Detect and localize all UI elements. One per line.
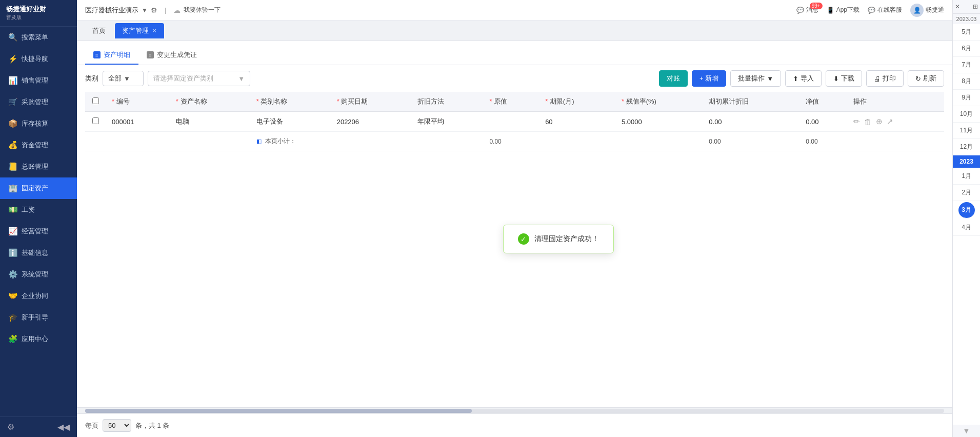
- calendar-expand-icon[interactable]: ⊞: [973, 3, 978, 10]
- cal-month-10[interactable]: 10月: [953, 106, 980, 123]
- tab-asset-management[interactable]: 资产管理 ✕: [115, 23, 164, 38]
- calendar-scroll-down[interactable]: ▼: [953, 425, 980, 437]
- header-code: * 编号: [106, 92, 170, 112]
- sidebar-item-search[interactable]: 🔍 搜索菜单: [0, 27, 77, 48]
- sidebar-logo: 畅捷通好业财 普及版: [0, 0, 77, 27]
- subtotal-row: ◧ 本页小计： 0.00 0.00 0.00: [85, 132, 944, 151]
- message-icon: 💬: [796, 7, 804, 14]
- table-body: 000001 电脑 电子设备 202206 年限平均 60 5.0000 0.0…: [85, 112, 944, 151]
- category-dropdown[interactable]: 全部 ▼: [103, 71, 144, 86]
- select-all-checkbox[interactable]: [92, 97, 99, 104]
- download-button[interactable]: ⬇ 下载: [826, 70, 862, 87]
- table-row: 000001 电脑 电子设备 202206 年限平均 60 5.0000 0.0…: [85, 112, 944, 132]
- more-icon[interactable]: ↗: [887, 117, 893, 126]
- per-page-select[interactable]: 50 100: [103, 419, 131, 432]
- row-checkbox[interactable]: [92, 117, 99, 124]
- sidebar-item-purchase[interactable]: 🛒 采购管理: [0, 91, 77, 113]
- tab-home[interactable]: 首页: [85, 23, 113, 38]
- tab-asset-label: 资产管理: [122, 26, 149, 35]
- app-name: 畅捷通好业财: [6, 5, 46, 14]
- company-name: 医疗器械行业演示: [85, 6, 138, 15]
- subtotal-label: 本页小计：: [265, 137, 296, 145]
- cal-month-6[interactable]: 6月: [953, 41, 980, 57]
- subtotal-icon: ◧: [256, 138, 262, 144]
- delete-icon[interactable]: 🗑: [864, 117, 872, 126]
- refresh-button[interactable]: ↻ 刷新: [908, 70, 944, 87]
- row-action-buttons: ✏ 🗑 ⊕ ↗: [853, 117, 938, 126]
- horizontal-scrollbar[interactable]: [77, 407, 952, 413]
- cal-month-5[interactable]: 5月: [953, 24, 980, 41]
- header-net-value: 净值: [799, 92, 847, 112]
- app-download-button[interactable]: 📱 App下载: [827, 6, 859, 14]
- total-label: 条，共 1 条: [135, 421, 169, 430]
- sidebar-item-salary[interactable]: 💵 工资: [0, 199, 77, 221]
- cell-original-value: [483, 112, 539, 132]
- sidebar-item-basic[interactable]: ℹ️ 基础信息: [0, 242, 77, 264]
- sidebar-item-label: 企业协同: [22, 291, 48, 301]
- reconcile-button[interactable]: 对账: [659, 70, 688, 87]
- category-input[interactable]: 请选择固定资产类别 ▼: [148, 71, 250, 86]
- settings-icon[interactable]: ⚙: [7, 422, 14, 432]
- settings-gear-icon[interactable]: ⚙: [151, 6, 157, 14]
- subtotal-net: 0.00: [799, 132, 847, 151]
- calendar-collapse-icon[interactable]: ✕: [955, 3, 960, 10]
- batch-ops-button[interactable]: 批量操作 ▼: [730, 70, 781, 87]
- sidebar-item-system[interactable]: ⚙️ 系统管理: [0, 264, 77, 285]
- sidebar-item-apps[interactable]: 🧩 应用中心: [0, 328, 77, 350]
- sidebar-item-inventory[interactable]: 📦 库存核算: [0, 113, 77, 134]
- dropdown-icon[interactable]: ▼: [142, 7, 148, 14]
- header-category: * 类别名称: [250, 92, 331, 112]
- ops-icon: 📈: [8, 227, 17, 236]
- sidebar-item-ops[interactable]: 📈 经营管理: [0, 221, 77, 242]
- cell-residual-rate: 5.0000: [615, 112, 703, 132]
- cell-actions: ✏ 🗑 ⊕ ↗: [847, 112, 944, 132]
- cal-month-3-active[interactable]: 3月: [958, 202, 975, 218]
- cal-month-9[interactable]: 9月: [953, 90, 980, 106]
- refresh-icon: ↻: [915, 75, 921, 83]
- cell-code: 000001: [106, 112, 170, 132]
- message-button[interactable]: 💬 消息 99+: [796, 6, 818, 14]
- sidebar-item-ledger[interactable]: 📒 总账管理: [0, 156, 77, 177]
- toast-message: 清理固定资产成功！: [534, 234, 599, 244]
- scrollbar-track: [85, 409, 944, 413]
- toast-check-icon: ✓: [518, 233, 529, 245]
- scrollbar-thumb[interactable]: [85, 409, 472, 413]
- cal-month-7[interactable]: 7月: [953, 57, 980, 73]
- subtab-change-voucher[interactable]: ≡ 变更生成凭证: [138, 46, 205, 65]
- subtotal-empty-3: [170, 132, 250, 151]
- sidebar-item-sales[interactable]: 📊 销售管理: [0, 70, 77, 91]
- sidebar-scroll: 🔍 搜索菜单 ⚡ 快捷导航 📊 销售管理 🛒 采购管理 📦 库存核算 💰 资金管…: [0, 27, 77, 416]
- avatar: 👤: [910, 4, 924, 17]
- cal-month-2[interactable]: 2月: [953, 185, 980, 201]
- sidebar-item-nav[interactable]: ⚡ 快捷导航: [0, 48, 77, 70]
- cal-month-8[interactable]: 8月: [953, 73, 980, 90]
- online-service-button[interactable]: 💬 在线客服: [868, 6, 902, 14]
- print-icon: 🖨: [874, 75, 881, 83]
- toolbar: 类别 全部 ▼ 请选择固定资产类别 ▼ 对账 + 新增 批量操作 ▼ ⬆: [77, 65, 952, 92]
- cal-month-12[interactable]: 12月: [953, 139, 980, 155]
- collapse-icon[interactable]: ◀◀: [57, 422, 70, 432]
- cal-month-1[interactable]: 1月: [953, 168, 980, 185]
- subtab-asset-detail[interactable]: ≡ 资产明细: [85, 46, 138, 65]
- cal-month-4[interactable]: 4月: [953, 220, 980, 236]
- message-badge: 99+: [810, 3, 823, 9]
- experience-label[interactable]: 我要体验一下: [184, 6, 221, 14]
- batch-ops-label: 批量操作: [738, 74, 765, 83]
- import-button[interactable]: ⬆ 导入: [785, 70, 822, 87]
- print-button[interactable]: 🖨 打印: [866, 70, 904, 87]
- sidebar-item-funds[interactable]: 💰 资金管理: [0, 134, 77, 156]
- sidebar-item-label: 快捷导航: [22, 54, 48, 64]
- user-menu[interactable]: 👤 畅捷通: [910, 4, 944, 17]
- sidebar-item-fixed-assets[interactable]: 🏢 固定资产: [0, 177, 77, 199]
- sidebar-item-collab[interactable]: 🤝 企业协同: [0, 285, 77, 307]
- topbar: 医疗器械行业演示 ▼ ⚙ | ☁ 我要体验一下 💬 消息 99+ 📱 App下载…: [77, 0, 952, 21]
- sidebar-item-guide[interactable]: 🎓 新手引导: [0, 307, 77, 328]
- tab-close-icon[interactable]: ✕: [152, 28, 157, 34]
- change-voucher-icon: ≡: [147, 51, 154, 58]
- add-button[interactable]: + 新增: [692, 70, 726, 87]
- cal-month-11[interactable]: 11月: [953, 123, 980, 139]
- edit-icon[interactable]: ✏: [853, 117, 860, 126]
- copy-icon[interactable]: ⊕: [876, 117, 883, 126]
- pagination: 每页 50 100 条，共 1 条: [77, 413, 952, 437]
- app-version: 普及版: [6, 14, 46, 21]
